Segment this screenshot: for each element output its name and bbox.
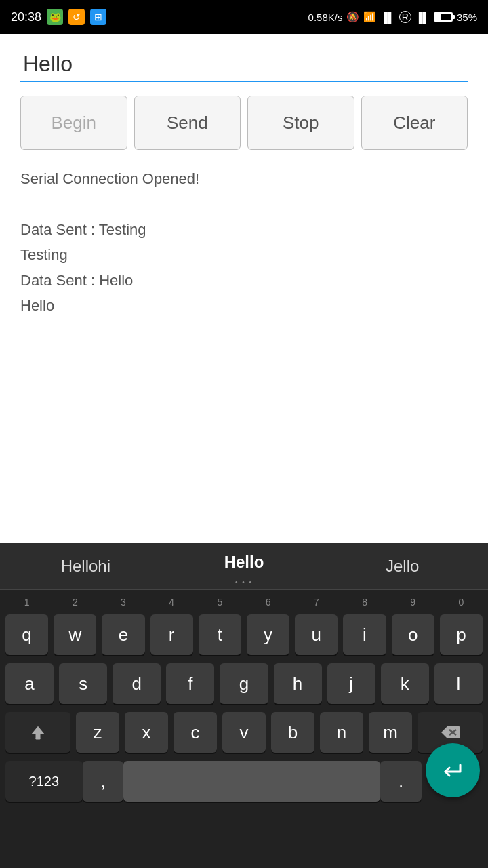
key-w[interactable]: w xyxy=(54,614,96,655)
key-v[interactable]: v xyxy=(222,712,266,753)
key-k[interactable]: k xyxy=(381,663,429,704)
comma-key[interactable]: , xyxy=(83,761,124,802)
num-4[interactable]: 4 xyxy=(148,594,196,610)
console-line-1: Serial Connection Opened! xyxy=(20,166,468,191)
status-bar: 20:38 🐸 ↺ ⊞ 0.58K/s 🔕 📶 ▐▌ R ▐▌ 35% xyxy=(0,0,488,34)
num-7[interactable]: 7 xyxy=(292,594,340,610)
num-5[interactable]: 5 xyxy=(196,594,244,610)
key-d[interactable]: d xyxy=(113,663,161,704)
stop-button[interactable]: Stop xyxy=(247,96,354,150)
wifi-icon: 📶 xyxy=(363,11,376,23)
keyboard-row-2: a s d f g h j k l xyxy=(0,659,488,708)
keyboard-row-3: z x c v b n m xyxy=(0,708,488,757)
autocomplete-left[interactable]: Hellohi xyxy=(7,550,165,583)
num-6[interactable]: 6 xyxy=(244,594,292,610)
key-y[interactable]: y xyxy=(247,614,289,655)
keyboard: Hellohi Hello • • • Jello 1 2 3 4 5 6 7 … xyxy=(0,542,488,868)
num-1[interactable]: 1 xyxy=(3,594,51,610)
key-i[interactable]: i xyxy=(343,614,386,655)
key-u[interactable]: u xyxy=(295,614,338,655)
network-speed: 0.58K/s xyxy=(308,12,343,23)
clear-button[interactable]: Clear xyxy=(361,96,468,150)
mute-icon: 🔕 xyxy=(346,11,359,23)
key-h[interactable]: h xyxy=(274,663,322,704)
key-x[interactable]: x xyxy=(125,712,168,753)
symbols-key[interactable]: ?123 xyxy=(5,761,83,802)
app-icon-1: 🐸 xyxy=(47,9,63,25)
console-line-2: Data Sent : Testing xyxy=(20,217,468,242)
key-o[interactable]: o xyxy=(392,614,434,655)
key-p[interactable]: p xyxy=(440,614,483,655)
status-right: 0.58K/s 🔕 📶 ▐▌ R ▐▌ 35% xyxy=(308,11,477,23)
number-row: 1 2 3 4 5 6 7 8 9 0 xyxy=(0,590,488,610)
key-c[interactable]: c xyxy=(174,712,217,753)
shift-key[interactable] xyxy=(5,712,70,753)
registered-icon: R xyxy=(399,11,411,23)
key-l[interactable]: l xyxy=(434,663,483,704)
status-time: 20:38 xyxy=(11,10,41,24)
num-2[interactable]: 2 xyxy=(51,594,99,610)
app-area: Begin Send Stop Clear Serial Connection … xyxy=(0,34,488,542)
app-icon-3: ⊞ xyxy=(90,9,106,25)
status-left: 20:38 🐸 ↺ ⊞ xyxy=(11,9,106,25)
begin-button[interactable]: Begin xyxy=(20,96,127,150)
console-output: Serial Connection Opened! Data Sent : Te… xyxy=(20,166,468,318)
key-r[interactable]: r xyxy=(150,614,193,655)
battery-percent: 35% xyxy=(457,12,477,23)
enter-key[interactable] xyxy=(426,743,480,797)
key-n[interactable]: n xyxy=(320,712,363,753)
key-q[interactable]: q xyxy=(5,614,48,655)
send-button[interactable]: Send xyxy=(134,96,241,150)
num-9[interactable]: 9 xyxy=(389,594,437,610)
num-8[interactable]: 8 xyxy=(340,594,388,610)
message-input[interactable] xyxy=(20,47,468,82)
autocomplete-dots: • • • xyxy=(165,578,323,586)
key-z[interactable]: z xyxy=(76,712,119,753)
key-e[interactable]: e xyxy=(102,614,144,655)
spacebar-key[interactable] xyxy=(123,761,380,802)
key-g[interactable]: g xyxy=(220,663,268,704)
period-key[interactable]: . xyxy=(380,761,422,802)
key-b[interactable]: b xyxy=(271,712,314,753)
buttons-row: Begin Send Stop Clear xyxy=(20,96,468,150)
key-s[interactable]: s xyxy=(59,663,107,704)
app-icon-2: ↺ xyxy=(68,9,85,25)
signal-icon: ▐▌ xyxy=(380,12,394,23)
input-container xyxy=(20,47,468,82)
autocomplete-right[interactable]: Jello xyxy=(323,550,481,583)
key-t[interactable]: t xyxy=(199,614,241,655)
console-line-5: Hello xyxy=(20,293,468,318)
autocomplete-center-wrap[interactable]: Hello • • • xyxy=(165,546,323,586)
key-a[interactable]: a xyxy=(5,663,54,704)
console-line-4: Data Sent : Hello xyxy=(20,268,468,293)
keyboard-row-1: q w e r t y u i o p xyxy=(0,610,488,659)
autocomplete-bar: Hellohi Hello • • • Jello xyxy=(0,542,488,590)
signal-icon-2: ▐▌ xyxy=(415,12,430,23)
key-j[interactable]: j xyxy=(327,663,375,704)
svg-rect-0 xyxy=(36,738,41,739)
battery-icon xyxy=(434,12,453,22)
console-line-3: Testing xyxy=(20,242,468,267)
key-f[interactable]: f xyxy=(166,663,214,704)
num-3[interactable]: 3 xyxy=(99,594,147,610)
num-0[interactable]: 0 xyxy=(437,594,485,610)
keyboard-bottom-row: ?123 , . xyxy=(0,757,488,806)
autocomplete-center[interactable]: Hello xyxy=(165,546,323,578)
key-m[interactable]: m xyxy=(369,712,412,753)
